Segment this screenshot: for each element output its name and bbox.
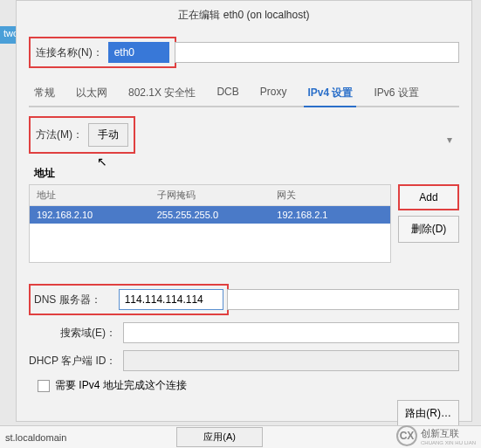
dns-input[interactable] [119, 289, 223, 310]
apply-button[interactable]: 应用(A) [176, 427, 263, 447]
cell-address: 192.168.2.10 [30, 206, 150, 224]
dhcp-client-id-label: DHCP 客户端 ID： [29, 354, 116, 369]
tab-proxy[interactable]: Proxy [257, 80, 291, 107]
tab-general[interactable]: 常规 [31, 80, 58, 107]
tab-ethernet[interactable]: 以太网 [72, 80, 111, 107]
cursor-icon: ↖ [97, 155, 107, 169]
tabs-container: 常规 以太网 802.1X 安全性 DCB Proxy IPv4 设置 IPv6… [29, 80, 459, 107]
add-button[interactable]: Add [398, 184, 459, 210]
tab-dcb[interactable]: DCB [213, 80, 242, 107]
chevron-down-icon[interactable]: ▾ [447, 134, 452, 146]
dns-label: DNS 服务器： [34, 293, 101, 307]
connection-name-label: 连接名称(N)： [36, 45, 103, 60]
address-table[interactable]: 地址 子网掩码 网关 192.168.2.10 255.255.255.0 19… [29, 184, 391, 263]
logo-text-en: CHUANG XIN HU LIAN [421, 440, 476, 445]
tab-8021x-security[interactable]: 802.1X 安全性 [125, 80, 199, 107]
dhcp-client-id-input [123, 350, 459, 371]
dialog-title: 正在编辑 eth0 (on localhost) [17, 1, 471, 30]
cell-netmask: 255.255.255.0 [150, 206, 271, 224]
delete-button[interactable]: 删除(D) [398, 216, 459, 243]
tab-ipv4-settings[interactable]: IPv4 设置 [304, 80, 356, 107]
column-header-netmask: 子网掩码 [150, 185, 271, 205]
network-editor-dialog: 正在编辑 eth0 (on localhost) 连接名称(N)： 常规 以太网… [16, 0, 472, 422]
column-header-address: 地址 [30, 185, 150, 205]
search-domain-input[interactable] [123, 322, 459, 343]
require-ipv4-checkbox[interactable] [38, 380, 50, 392]
table-row[interactable]: 192.168.2.10 255.255.255.0 192.168.2.1 [30, 206, 390, 224]
dns-ext-input[interactable] [227, 289, 459, 310]
watermark-logo: CX 创新互联 CHUANG XIN HU LIAN [396, 425, 476, 446]
routes-button[interactable]: 路由(R)… [397, 400, 459, 427]
require-ipv4-label: 需要 IPv4 地址完成这个连接 [55, 378, 187, 393]
tab-ipv6-settings[interactable]: IPv6 设置 [370, 80, 422, 107]
search-domain-label: 搜索域(E)： [29, 326, 116, 341]
hostname-text: st.localdomain [0, 432, 72, 443]
method-dropdown[interactable]: 手动 [88, 123, 128, 147]
column-header-gateway: 网关 [270, 185, 390, 205]
logo-icon: CX [396, 425, 417, 446]
connection-name-ext-input[interactable] [175, 42, 459, 63]
method-label: 方法(M)： [36, 128, 83, 142]
cell-gateway: 192.168.2.1 [270, 206, 390, 224]
logo-text-cn: 创新互联 [421, 427, 476, 440]
connection-name-input[interactable] [108, 42, 169, 63]
